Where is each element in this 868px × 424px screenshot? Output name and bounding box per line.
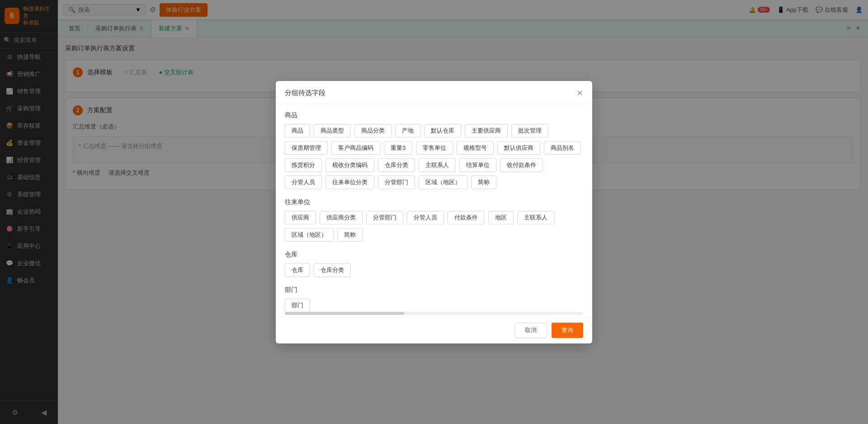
field-tag-product-1[interactable]: 商品类型 <box>314 124 351 138</box>
field-tag-counterpart-3[interactable]: 分管人员 <box>407 211 444 224</box>
modal-footer: 取消 查询 <box>276 317 592 343</box>
field-tag-counterpart-0[interactable]: 供应商 <box>285 211 316 224</box>
field-tag-product-2[interactable]: 商品分类 <box>354 124 392 138</box>
field-tag-counterpart-7[interactable]: 区域（地区） <box>285 228 334 242</box>
field-tag-product-8[interactable]: 客户商品编码 <box>331 141 380 155</box>
section-title-warehouse: 仓库 <box>285 251 583 259</box>
section-title-department: 部门 <box>285 286 583 294</box>
field-tag-product-11[interactable]: 规格型号 <box>457 141 494 155</box>
modal-horizontal-scrollbar[interactable] <box>285 312 583 315</box>
confirm-button[interactable]: 查询 <box>552 323 583 338</box>
field-tags-warehouse: 仓库仓库分类 <box>285 263 583 277</box>
field-tag-warehouse-0[interactable]: 仓库 <box>285 263 310 277</box>
section-product: 商品商品商品类型商品分类产地默认仓库主要供应商批次管理保质期管理客户商品编码重量… <box>285 111 583 189</box>
field-tag-product-3[interactable]: 产地 <box>395 124 420 138</box>
field-tag-product-5[interactable]: 主要供应商 <box>465 124 508 138</box>
field-tag-product-18[interactable]: 结算单位 <box>459 158 496 172</box>
field-tag-product-24[interactable]: 简称 <box>471 176 496 189</box>
field-tag-product-22[interactable]: 分管部门 <box>378 176 415 189</box>
field-tag-counterpart-6[interactable]: 主联系人 <box>517 211 554 224</box>
section-department: 部门部门 <box>285 286 583 312</box>
field-tag-department-0[interactable]: 部门 <box>285 299 310 312</box>
section-title-product: 商品 <box>285 111 583 119</box>
field-tag-counterpart-5[interactable]: 地区 <box>488 211 514 224</box>
field-tag-product-6[interactable]: 批次管理 <box>511 124 548 138</box>
cancel-button[interactable]: 取消 <box>514 323 547 338</box>
field-tag-product-20[interactable]: 分管人员 <box>285 176 322 189</box>
field-tags-product: 商品商品类型商品分类产地默认仓库主要供应商批次管理保质期管理客户商品编码重量3零… <box>285 124 583 189</box>
section-title-counterpart: 往来单位 <box>285 198 583 206</box>
modal-hscrollbar-thumb <box>285 312 404 315</box>
field-tag-product-10[interactable]: 零售单位 <box>416 141 453 155</box>
field-tag-product-0[interactable]: 商品 <box>285 124 310 138</box>
modal-close-button[interactable]: ✕ <box>576 88 583 98</box>
field-tag-product-13[interactable]: 商品别名 <box>544 141 581 155</box>
field-tag-counterpart-8[interactable]: 简称 <box>337 228 363 242</box>
field-select-modal: 分组待选字段 ✕ 商品商品商品类型商品分类产地默认仓库主要供应商批次管理保质期管… <box>276 81 592 343</box>
field-tag-product-16[interactable]: 仓库分类 <box>378 158 415 172</box>
field-tag-counterpart-4[interactable]: 付款条件 <box>448 211 485 224</box>
field-tag-product-14[interactable]: 拣货积分 <box>285 158 322 172</box>
field-tag-warehouse-1[interactable]: 仓库分类 <box>314 263 351 277</box>
field-tag-product-12[interactable]: 默认供应商 <box>497 141 540 155</box>
field-tags-department: 部门 <box>285 299 583 312</box>
modal-title: 分组待选字段 <box>285 89 326 97</box>
modal-header: 分组待选字段 ✕ <box>276 81 592 104</box>
field-tag-product-19[interactable]: 收付款条件 <box>500 158 543 172</box>
field-tag-product-4[interactable]: 默认仓库 <box>424 124 461 138</box>
field-tag-counterpart-2[interactable]: 分管部门 <box>366 211 403 224</box>
section-counterpart: 往来单位供应商供应商分类分管部门分管人员付款条件地区主联系人区域（地区）简称 <box>285 198 583 242</box>
field-tag-product-23[interactable]: 区域（地区） <box>419 176 467 189</box>
section-warehouse: 仓库仓库仓库分类 <box>285 251 583 277</box>
field-tag-counterpart-1[interactable]: 供应商分类 <box>320 211 363 224</box>
field-tags-counterpart: 供应商供应商分类分管部门分管人员付款条件地区主联系人区域（地区）简称 <box>285 211 583 242</box>
modal-body[interactable]: 商品商品商品类型商品分类产地默认仓库主要供应商批次管理保质期管理客户商品编码重量… <box>276 104 592 312</box>
field-tag-product-17[interactable]: 主联系人 <box>419 158 456 172</box>
field-tag-product-15[interactable]: 税收分类编码 <box>326 158 374 172</box>
field-tag-product-21[interactable]: 往来单位分类 <box>326 176 374 189</box>
field-tag-product-9[interactable]: 重量3 <box>384 141 412 155</box>
field-tag-product-7[interactable]: 保质期管理 <box>285 141 328 155</box>
modal-overlay: 分组待选字段 ✕ 商品商品商品类型商品分类产地默认仓库主要供应商批次管理保质期管… <box>0 0 868 424</box>
